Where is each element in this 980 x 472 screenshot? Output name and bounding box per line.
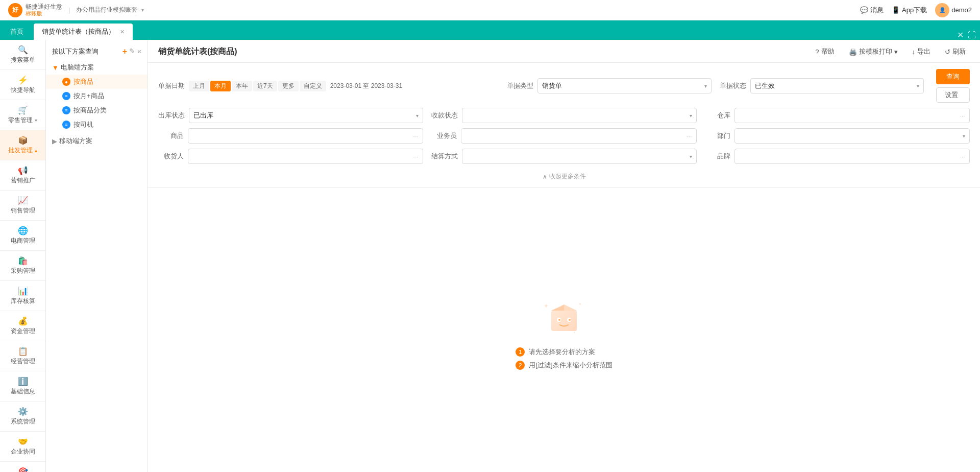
filter-date: 单据日期 上月 本月 本年 近7天 更多 自定义 2023-03-01 至 20…: [158, 81, 499, 91]
warehouse-control[interactable]: ···: [734, 108, 970, 123]
marketing-icon: 📢: [2, 166, 43, 175]
sidebar-item-purchase[interactable]: 🛍️ 采购管理: [0, 251, 45, 281]
tip-num-1: 1: [516, 347, 525, 357]
date-range-text: 2023-03-01 至 2023-03-31: [330, 82, 402, 90]
settlement-control[interactable]: ▾: [462, 149, 696, 164]
tree-child-by-month-goods[interactable]: ≡ 按月+商品: [46, 89, 148, 103]
print-icon: 🖨️: [849, 48, 857, 56]
refresh-button[interactable]: ↺ 刷新: [941, 45, 970, 58]
sidebar-item-sales[interactable]: 📈 销售管理: [0, 191, 45, 221]
collapse-button[interactable]: ∧ 收起更多条件: [543, 172, 586, 181]
date-tag-more[interactable]: 更多: [278, 81, 299, 91]
filter-brand: 品牌 ···: [705, 149, 970, 164]
by-cashier-icon: ≡: [62, 121, 70, 129]
collapse-up-icon: ∧: [543, 173, 547, 180]
panel-header-label: 按以下方案查询: [52, 47, 99, 56]
tab-home[interactable]: 首页: [2, 23, 32, 40]
sidebar-item-ecommerce[interactable]: 🌐 电商管理: [0, 221, 45, 251]
salesperson-control[interactable]: ···: [461, 128, 696, 144]
doc-status-arrow-icon: ▾: [917, 83, 919, 89]
date-label: 单据日期: [158, 81, 185, 90]
svg-point-5: [558, 319, 560, 321]
sidebar-item-operation[interactable]: 📋 经营管理: [0, 341, 45, 371]
date-tag-prev-month[interactable]: 上月: [189, 81, 209, 91]
enterprise-icon: 🤝: [2, 437, 43, 446]
tree-parent-mobile[interactable]: ▶ 移动端方案: [46, 134, 148, 148]
help-button[interactable]: ? 帮助: [811, 45, 838, 58]
date-tag-custom[interactable]: 自定义: [300, 81, 326, 91]
logo-text: 畅捷通好生意 标账版: [26, 3, 62, 17]
filter-doc-type: 单据类型 销货单 ▾: [507, 78, 711, 93]
message-button[interactable]: 💬 消息: [860, 6, 884, 15]
panel-edit-button[interactable]: ✎: [129, 47, 135, 56]
user-menu[interactable]: 👤 demo2: [935, 3, 972, 17]
breadcrumb[interactable]: 办公用品行业模拟账套: [76, 6, 137, 14]
doc-type-arrow-icon: ▾: [704, 83, 707, 89]
sidebar-item-wholesale[interactable]: 📦 批发管理 ▴: [0, 130, 45, 160]
tab-close-icon[interactable]: ✕: [120, 29, 125, 35]
doc-status-control[interactable]: 已生效 ▾: [750, 78, 924, 93]
guide-icon: 🎯: [2, 467, 43, 472]
empty-state: ✦ ✦ ✦ 1 请先选择要分析的方案 2 用[过滤]条件来缩小分析范围: [148, 187, 980, 472]
help-icon: ?: [815, 48, 819, 56]
sidebar-item-inventory[interactable]: 📊 库存核算: [0, 281, 45, 311]
tip-num-2: 2: [516, 361, 525, 370]
date-tag-this-month[interactable]: 本月: [210, 81, 231, 91]
app-download-button[interactable]: 📱 App下载: [892, 6, 927, 15]
tab-sales-stat[interactable]: 销货单统计表（按商品） ✕: [34, 23, 133, 40]
department-control[interactable]: ▾: [734, 128, 970, 144]
query-button[interactable]: 查询: [936, 69, 970, 84]
sidebar-item-system[interactable]: ⚙️ 系统管理: [0, 402, 45, 432]
doc-status-label: 单据状态: [720, 81, 746, 90]
filter-goods: 商品 ···: [158, 128, 423, 144]
tree-child-by-cashier[interactable]: ≡ 按司机: [46, 117, 148, 132]
message-icon: 💬: [860, 6, 868, 14]
tree-child-by-category[interactable]: ≡ 按商品分类: [46, 103, 148, 117]
goods-dots-icon: ···: [413, 132, 419, 140]
brand-dots-icon: ···: [960, 153, 965, 160]
filter-salesperson: 业务员 ···: [431, 128, 696, 144]
template-print-button[interactable]: 🖨️ 按模板打印 ▾: [845, 45, 902, 58]
sidebar-item-basic[interactable]: ℹ️ 基础信息: [0, 371, 45, 402]
tree-child-by-goods[interactable]: ● 按商品: [46, 75, 148, 89]
date-tag-last-7-days[interactable]: 近7天: [253, 81, 277, 91]
sidebar-item-guide[interactable]: 🎯 新手引导: [0, 462, 45, 472]
sidebar-item-search[interactable]: 🔍 搜索菜单: [0, 40, 45, 70]
goods-control[interactable]: ···: [188, 128, 423, 144]
svg-text:✦: ✦: [578, 302, 582, 306]
settlement-label: 结算方式: [431, 152, 458, 161]
tree-parent-desktop[interactable]: ▼ 电脑端方案: [46, 60, 148, 75]
panel-header-actions: + ✎ «: [122, 47, 141, 56]
consignee-control[interactable]: ···: [188, 149, 423, 164]
filter-consignee: 收货人 ···: [158, 149, 423, 164]
settlement-arrow-icon: ▾: [690, 154, 692, 159]
filter-row-4: 收货人 ··· 结算方式 ▾ 品牌: [158, 149, 970, 164]
export-button[interactable]: ↓ 导出: [908, 45, 935, 58]
by-category-icon: ≡: [62, 106, 70, 114]
brand-control[interactable]: ···: [734, 149, 970, 164]
out-status-control[interactable]: 已出库 ▾: [189, 108, 423, 123]
doc-type-control[interactable]: 销货单 ▾: [537, 78, 711, 93]
consignee-label: 收货人: [158, 152, 184, 161]
payment-status-control[interactable]: ▾: [462, 108, 696, 123]
filter-buttons: 查询 设置: [932, 69, 970, 103]
date-tag-this-year[interactable]: 本年: [232, 81, 252, 91]
filter-doc-status: 单据状态 已生效 ▾: [720, 78, 924, 93]
tab-maximize-icon[interactable]: ⛶: [968, 31, 976, 40]
tab-close-all-icon[interactable]: ✕: [957, 30, 964, 40]
panel-collapse-button[interactable]: «: [137, 47, 141, 56]
svg-point-6: [569, 319, 571, 321]
page-actions: ? 帮助 🖨️ 按模板打印 ▾ ↓ 导出 ↺ 刷新: [811, 45, 970, 58]
sidebar-item-quick-nav[interactable]: ⚡ 快捷导航: [0, 70, 45, 100]
empty-tip-1: 1 请先选择要分析的方案: [516, 347, 612, 357]
ecommerce-icon: 🌐: [2, 226, 43, 235]
settings-button[interactable]: 设置: [936, 87, 970, 103]
tab-bar: 首页 销货单统计表（按商品） ✕ ✕ ⛶: [0, 20, 980, 40]
sidebar-item-finance[interactable]: 💰 资金管理: [0, 311, 45, 341]
filter-area: 单据日期 上月 本月 本年 近7天 更多 自定义 2023-03-01 至 20…: [148, 63, 980, 187]
retail-icon: 🛒: [2, 105, 43, 115]
sidebar-item-marketing[interactable]: 📢 营销推广: [0, 160, 45, 191]
panel-add-button[interactable]: +: [122, 47, 127, 56]
sidebar-item-retail[interactable]: 🛒 零售管理 ▾: [0, 100, 45, 130]
sidebar-item-enterprise[interactable]: 🤝 企业协同: [0, 432, 45, 462]
